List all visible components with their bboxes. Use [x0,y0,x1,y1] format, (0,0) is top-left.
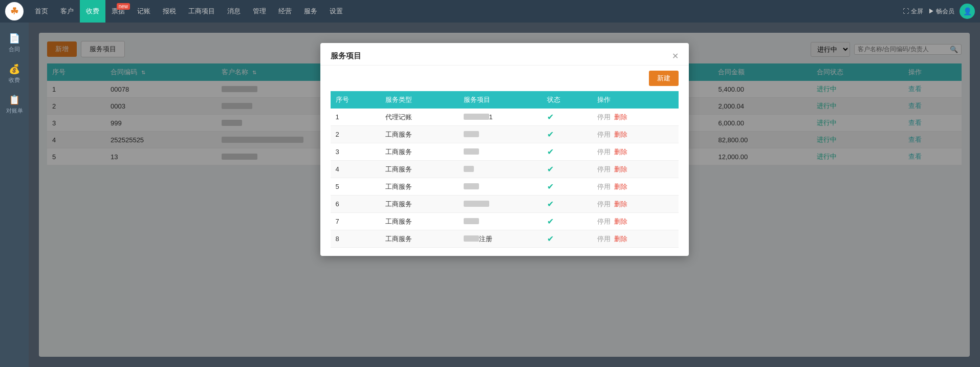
sidebar-label-reconcile: 对账单 [6,107,23,115]
modal-cell-item [459,161,542,178]
modal-cell-type: 工商服务 [380,196,459,213]
service-table: 序号 服务类型 服务项目 状态 操作 1 代理记账 1 ✔ 停用 删除 2 工商… [331,91,679,248]
nav-settings[interactable]: 设置 [323,0,349,23]
disable-button[interactable]: 停用 [597,113,611,122]
modal-table-row: 4 工商服务 ✔ 停用 删除 [331,161,679,178]
nav-client[interactable]: 客户 [54,0,80,23]
service-modal: 服务项目 ✕ 新建 序号 服务类型 服务项目 状态 操作 1 代理记账 [320,43,689,256]
modal-toolbar: 新建 [320,66,689,91]
nav-invoice[interactable]: 票据 new [105,0,131,23]
nav-commerce[interactable]: 工商项目 [182,0,221,23]
modal-cell-item [459,178,542,196]
delete-button[interactable]: 删除 [614,165,627,174]
status-check-icon: ✔ [547,200,554,208]
status-check-icon: ✔ [547,234,554,243]
delete-button[interactable]: 删除 [614,130,627,139]
delete-button[interactable]: 删除 [614,234,627,244]
modal-cell-item: 1 [459,109,542,126]
fullscreen-btn[interactable]: ⛶ 全屏 [903,7,923,16]
top-nav: ☘ 首页 客户 收费 票据 new 记账 报税 工商项目 消息 管理 经营 服务… [0,0,980,23]
sidebar-item-reconcile[interactable]: 📋 对账单 [0,89,29,120]
modal-cell-status: ✔ [542,161,592,178]
modal-cell-status: ✔ [542,126,592,143]
modal-overlay: 服务项目 ✕ 新建 序号 服务类型 服务项目 状态 操作 1 代理记账 [29,23,980,367]
modal-cell-actions: 停用 删除 [592,178,679,196]
modal-col-seq: 序号 [331,91,380,109]
modal-cell-actions: 停用 删除 [592,161,679,178]
fee-icon: 💰 [9,63,20,75]
avatar[interactable]: 👤 [960,4,975,19]
modal-cell-status: ✔ [542,178,592,196]
modal-cell-item [459,213,542,230]
nav-manage[interactable]: 管理 [247,0,272,23]
modal-table-row: 3 工商服务 ✔ 停用 删除 [331,143,679,161]
modal-cell-status: ✔ [542,143,592,161]
delete-button[interactable]: 删除 [614,217,627,226]
modal-table-row: 8 工商服务 注册 ✔ 停用 删除 [331,230,679,248]
modal-cell-actions: 停用 删除 [592,109,679,126]
nav-message[interactable]: 消息 [221,0,247,23]
modal-col-status: 状态 [542,91,592,109]
modal-cell-type: 工商服务 [380,178,459,196]
nav-home[interactable]: 首页 [29,0,54,23]
modal-cell-actions: 停用 删除 [592,196,679,213]
disable-button[interactable]: 停用 [597,234,611,244]
delete-button[interactable]: 删除 [614,113,627,122]
modal-cell-seq: 1 [331,109,380,126]
modal-cell-item: 注册 [459,230,542,248]
status-check-icon: ✔ [547,130,554,139]
modal-cell-seq: 4 [331,161,380,178]
disable-button[interactable]: 停用 [597,182,611,191]
disable-button[interactable]: 停用 [597,147,611,157]
modal-title: 服务项目 [331,51,361,61]
status-check-icon: ✔ [547,217,554,226]
modal-close-button[interactable]: ✕ [672,51,679,61]
member-btn[interactable]: ▶ 畅会员 [928,7,954,16]
sidebar-item-contract[interactable]: 📄 合同 [0,28,29,58]
modal-col-action: 操作 [592,91,679,109]
modal-cell-type: 工商服务 [380,230,459,248]
modal-cell-status: ✔ [542,230,592,248]
modal-table-row: 7 工商服务 ✔ 停用 删除 [331,213,679,230]
delete-button[interactable]: 删除 [614,200,627,209]
app-logo: ☘ [5,2,24,20]
modal-table-row: 5 工商服务 ✔ 停用 删除 [331,178,679,196]
modal-table-row: 1 代理记账 1 ✔ 停用 删除 [331,109,679,126]
disable-button[interactable]: 停用 [597,165,611,174]
disable-button[interactable]: 停用 [597,130,611,139]
disable-button[interactable]: 停用 [597,200,611,209]
left-sidebar: 📄 合同 💰 收费 📋 对账单 [0,23,29,367]
modal-cell-actions: 停用 删除 [592,126,679,143]
modal-cell-status: ✔ [542,196,592,213]
modal-cell-item [459,196,542,213]
modal-header: 服务项目 ✕ [320,43,689,66]
modal-new-button[interactable]: 新建 [649,71,679,86]
nav-service[interactable]: 服务 [298,0,323,23]
modal-cell-type: 工商服务 [380,161,459,178]
nav-operation[interactable]: 经营 [272,0,298,23]
contract-icon: 📄 [9,33,20,44]
nav-fee[interactable]: 收费 [80,0,105,23]
modal-cell-seq: 2 [331,126,380,143]
nav-bookkeeping[interactable]: 记账 [131,0,157,23]
reconcile-icon: 📋 [9,94,20,105]
modal-col-item: 服务项目 [459,91,542,109]
disable-button[interactable]: 停用 [597,217,611,226]
nav-tax[interactable]: 报税 [157,0,182,23]
modal-cell-seq: 7 [331,213,380,230]
delete-button[interactable]: 删除 [614,182,627,191]
new-badge: new [117,3,130,10]
status-check-icon: ✔ [547,147,554,156]
sidebar-label-fee: 收费 [9,76,20,84]
modal-cell-status: ✔ [542,213,592,230]
modal-cell-type: 工商服务 [380,126,459,143]
modal-col-type: 服务类型 [380,91,459,109]
modal-cell-actions: 停用 删除 [592,213,679,230]
delete-button[interactable]: 删除 [614,147,627,157]
modal-cell-seq: 8 [331,230,380,248]
modal-cell-item [459,126,542,143]
modal-cell-type: 工商服务 [380,143,459,161]
modal-table-row: 2 工商服务 ✔ 停用 删除 [331,126,679,143]
sidebar-item-fee[interactable]: 💰 收费 [0,58,29,89]
modal-cell-actions: 停用 删除 [592,230,679,248]
